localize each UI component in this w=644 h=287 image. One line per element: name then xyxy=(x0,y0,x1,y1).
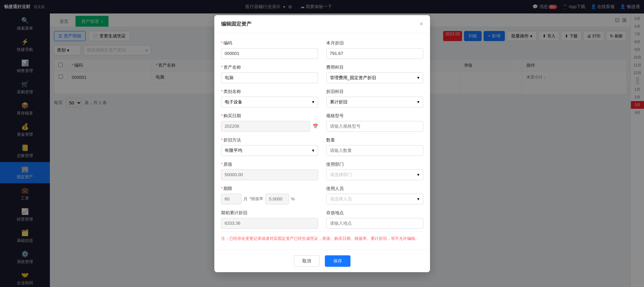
period-label: *期限 xyxy=(221,186,318,192)
chevron-down-icon: ▾ xyxy=(312,148,314,153)
form-item-quantity: 数量 xyxy=(326,137,423,156)
original-value-input[interactable] xyxy=(221,169,318,180)
modal-close-btn[interactable]: × xyxy=(420,21,423,28)
form-item-dep-account: 折旧科目 累计折旧 ▾ xyxy=(326,89,423,107)
form-item-spec-model: 规格型号 xyxy=(326,113,423,132)
form-item-period: *期限 月 *残值率 % xyxy=(221,186,318,204)
form-grid: *编码 本月折旧 *资产名称 费用科 xyxy=(221,40,423,229)
residual-rate-input[interactable] xyxy=(265,194,289,204)
user-select[interactable]: 请选择人员 ▾ xyxy=(326,194,423,204)
chevron-down-icon: ▾ xyxy=(417,196,420,201)
form-item-storage: 存放地点 xyxy=(326,210,423,229)
period-unit: 月 xyxy=(243,196,248,202)
form-item-period-dep: 期初累计折旧 xyxy=(221,210,318,229)
spec-model-label: 规格型号 xyxy=(326,113,423,119)
storage-input[interactable] xyxy=(326,218,423,229)
name-label: *资产名称 xyxy=(221,64,318,70)
form-item-user: 使用人员 请选择人员 ▾ xyxy=(326,186,423,204)
dep-method-label: *折旧方法 xyxy=(221,137,318,143)
form-item-purchase-date: *购买日期 📅 xyxy=(221,113,318,132)
save-button[interactable]: 保存 xyxy=(325,255,350,267)
modal-overlay: 编辑固定资产 × *编码 本月折旧 xyxy=(0,0,644,287)
form-item-dep-method: *折旧方法 年限平均 ▾ xyxy=(221,137,318,156)
expense-account-label: 费用科目 xyxy=(326,64,423,70)
month-dep-label: 本月折旧 xyxy=(326,40,423,46)
period-dep-input[interactable] xyxy=(221,218,318,229)
period-row: 月 *残值率 % xyxy=(221,194,318,204)
name-input[interactable] xyxy=(221,72,318,83)
month-dep-input[interactable] xyxy=(326,48,423,59)
dept-select[interactable]: 请选择部门 ▾ xyxy=(326,169,423,180)
user-label: 使用人员 xyxy=(326,186,423,192)
category-label: *类别名称 xyxy=(221,89,318,95)
form-item-category: *类别名称 电子设备 ▾ xyxy=(221,89,318,107)
cancel-button[interactable]: 取消 xyxy=(294,255,319,267)
dep-method-select[interactable]: 年限平均 ▾ xyxy=(221,145,318,156)
chevron-down-icon: ▾ xyxy=(417,99,420,104)
dep-account-label: 折旧科目 xyxy=(326,89,423,95)
category-select[interactable]: 电子设备 ▾ xyxy=(221,97,318,107)
modal-header: 编辑固定资产 × xyxy=(214,15,430,33)
code-input[interactable] xyxy=(221,48,318,59)
period-input[interactable] xyxy=(221,194,241,204)
quantity-label: 数量 xyxy=(326,137,423,143)
chevron-down-icon: ▾ xyxy=(417,172,420,177)
code-label: *编码 xyxy=(221,40,318,46)
modal-footer: 取消 保存 xyxy=(214,250,430,272)
period-dep-label: 期初累计折旧 xyxy=(221,210,318,216)
calendar-icon[interactable]: 📅 xyxy=(313,124,318,129)
chevron-down-icon: ▾ xyxy=(417,75,420,80)
modal-note: 注：已经存在变更记录或者对应固定资产已经生成凭证，原值、购买日期、残值率、累计折… xyxy=(221,231,423,243)
residual-rate-unit: % xyxy=(291,196,295,201)
modal-title: 编辑固定资产 xyxy=(221,21,251,27)
form-item-name: *资产名称 xyxy=(221,64,318,83)
chevron-down-icon: ▾ xyxy=(312,99,314,104)
spec-model-input[interactable] xyxy=(326,121,423,132)
form-item-original-value: *原值 xyxy=(221,161,318,180)
form-item-code: *编码 xyxy=(221,40,318,59)
original-value-label: *原值 xyxy=(221,161,318,167)
purchase-date-input[interactable] xyxy=(221,121,310,132)
dept-label: 使用部门 xyxy=(326,161,423,167)
form-item-expense-account: 费用科目 管理费用_固定资产折旧 ▾ xyxy=(326,64,423,83)
residual-rate-label: *残值率 xyxy=(250,196,264,202)
purchase-date-label: *购买日期 xyxy=(221,113,318,119)
modal-body: *编码 本月折旧 *资产名称 费用科 xyxy=(214,33,430,250)
storage-label: 存放地点 xyxy=(326,210,423,216)
form-item-dept: 使用部门 请选择部门 ▾ xyxy=(326,161,423,180)
edit-asset-modal: 编辑固定资产 × *编码 本月折旧 xyxy=(214,15,430,272)
dep-account-select[interactable]: 累计折旧 ▾ xyxy=(326,97,423,107)
form-item-month-dep: 本月折旧 xyxy=(326,40,423,59)
quantity-input[interactable] xyxy=(326,145,423,156)
purchase-date-row: 📅 xyxy=(221,121,318,132)
expense-account-select[interactable]: 管理费用_固定资产折旧 ▾ xyxy=(326,72,423,83)
